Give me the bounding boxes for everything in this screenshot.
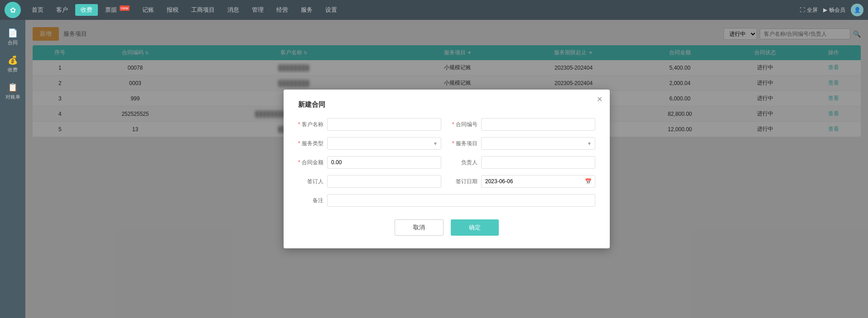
member-button[interactable]: ▶ 畅会员 — [823, 6, 845, 14]
sidebar-item-contract[interactable]: 📄 合同 — [0, 24, 25, 50]
sidebar-item-statement[interactable]: 📋 对账单 — [0, 79, 25, 104]
service-item-label: 服务项目 — [452, 140, 477, 147]
modal-title: 新建合同 — [298, 100, 595, 109]
main-layout: 📄 合同 💰 收费 📋 对账单 新增 服务项目 进行中 已完成 已终止 🔍 — [0, 20, 868, 318]
contract-amount-label: 合同金额 — [298, 159, 323, 166]
customer-name-label: 客户名称 — [298, 121, 323, 128]
responsible-person-label: 负责人 — [452, 159, 477, 166]
modal-footer: 取消 确定 — [298, 219, 595, 236]
app-logo: ✿ — [5, 2, 21, 18]
modal-close-button[interactable]: ✕ — [597, 95, 603, 104]
fullscreen-icon: ⛶ — [800, 7, 805, 13]
fullscreen-label: 全屏 — [807, 6, 818, 14]
contract-icon: 📄 — [8, 28, 18, 38]
signer-input[interactable] — [327, 175, 441, 188]
service-item-select[interactable] — [481, 137, 595, 150]
modal-overlay: ✕ 新建合同 客户名称 合同编号 服务类型 — [25, 20, 868, 318]
sign-date-wrap: 📅 — [481, 175, 595, 188]
customer-name-input[interactable] — [327, 118, 441, 131]
nav-billing[interactable]: 收费 — [75, 4, 98, 16]
contract-no-row: 合同编号 — [452, 118, 595, 131]
service-type-select-wrap: ▼ — [327, 137, 441, 150]
nav-business[interactable]: 工商项目 — [186, 4, 220, 16]
sidebar-label-billing: 收费 — [8, 66, 18, 73]
responsible-person-row: 负责人 — [452, 156, 595, 169]
responsible-person-input[interactable] — [481, 156, 595, 169]
sign-date-input[interactable] — [481, 175, 595, 188]
top-nav: ✿ 首页 客户 收费 票据 new 记账 报税 工商项目 消息 管理 经营 服务… — [0, 0, 868, 20]
nav-customer[interactable]: 客户 — [51, 4, 73, 16]
nav-invoice[interactable]: 票据 new — [100, 4, 135, 16]
sidebar-label-statement: 对账单 — [5, 94, 20, 100]
nav-service[interactable]: 服务 — [295, 4, 318, 16]
billing-icon: 💰 — [8, 55, 18, 65]
service-item-row: 服务项目 ▼ — [452, 137, 595, 150]
nav-operation[interactable]: 经营 — [271, 4, 294, 16]
signer-row: 签订人 — [298, 175, 441, 188]
nav-menu: 首页 客户 收费 票据 new 记账 报税 工商项目 消息 管理 经营 服务 设… — [26, 4, 800, 16]
service-type-label: 服务类型 — [298, 140, 323, 147]
nav-tax[interactable]: 报税 — [161, 4, 184, 16]
remarks-row: 备注 — [298, 194, 595, 207]
customer-name-row: 客户名称 — [298, 118, 441, 131]
new-contract-modal: ✕ 新建合同 客户名称 合同编号 服务类型 — [284, 90, 610, 248]
fullscreen-button[interactable]: ⛶ 全屏 — [800, 6, 818, 14]
statement-icon: 📋 — [8, 82, 18, 92]
nav-message[interactable]: 消息 — [222, 4, 245, 16]
confirm-button[interactable]: 确定 — [451, 219, 499, 236]
contract-no-input[interactable] — [481, 118, 595, 131]
service-type-select[interactable] — [327, 137, 441, 150]
member-label: 畅会员 — [829, 6, 845, 14]
form-grid: 客户名称 合同编号 服务类型 ▼ — [298, 118, 595, 207]
nav-home[interactable]: 首页 — [26, 4, 49, 16]
service-item-select-wrap: ▼ — [481, 137, 595, 150]
remarks-input[interactable] — [327, 194, 595, 207]
nav-settings[interactable]: 设置 — [320, 4, 342, 16]
signer-label: 签订人 — [298, 178, 323, 185]
cancel-button[interactable]: 取消 — [395, 219, 444, 236]
sign-date-row: 签订日期 📅 — [452, 175, 595, 188]
nav-right: ⛶ 全屏 ▶ 畅会员 👤 — [800, 4, 863, 16]
sidebar-label-contract: 合同 — [8, 39, 18, 46]
sidebar-item-billing[interactable]: 💰 收费 — [0, 52, 25, 77]
nav-manage[interactable]: 管理 — [246, 4, 269, 16]
remarks-label: 备注 — [298, 197, 323, 204]
nav-bookkeeping[interactable]: 记账 — [137, 4, 159, 16]
new-badge: new — [120, 5, 130, 11]
service-type-row: 服务类型 ▼ — [298, 137, 441, 150]
contract-amount-input[interactable] — [327, 156, 441, 169]
sidebar: 📄 合同 💰 收费 📋 对账单 — [0, 20, 25, 318]
content-area: 新增 服务项目 进行中 已完成 已终止 🔍 序号 合同编码 ⇅ — [25, 20, 868, 318]
contract-amount-row: 合同金额 — [298, 156, 441, 169]
avatar[interactable]: 👤 — [851, 4, 863, 16]
play-icon: ▶ — [823, 7, 827, 13]
contract-no-label: 合同编号 — [452, 121, 477, 128]
sign-date-label: 签订日期 — [452, 178, 477, 185]
